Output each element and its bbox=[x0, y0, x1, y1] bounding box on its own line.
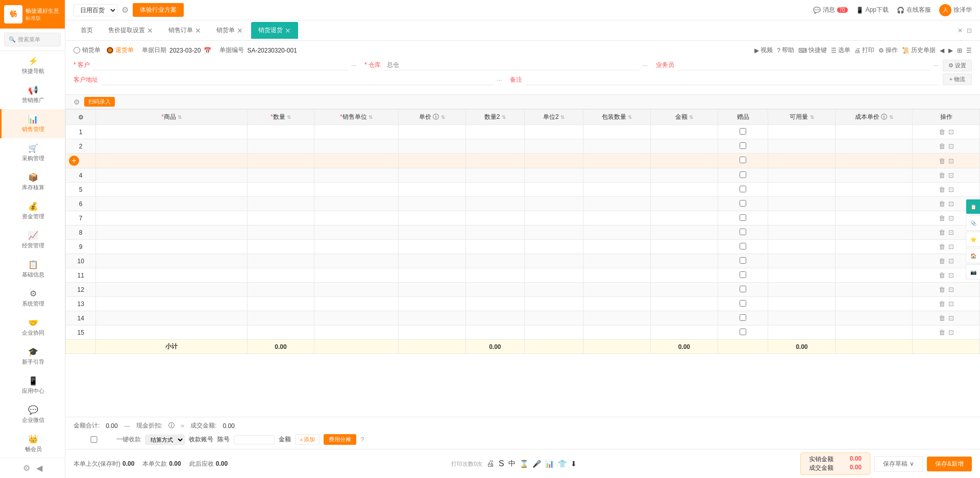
sidebar-item-inventory[interactable]: 📦库存核算 bbox=[0, 167, 65, 196]
staff-input[interactable] bbox=[677, 60, 930, 70]
staff-select-icon[interactable]: ··· bbox=[934, 62, 939, 69]
sidebar-item-app-center[interactable]: 📱应用中心 bbox=[0, 371, 65, 400]
product-cell[interactable] bbox=[96, 311, 247, 325]
grid-view-icon[interactable]: ⊞ bbox=[957, 47, 962, 54]
settings-gear-icon[interactable]: ⚙ bbox=[121, 5, 129, 15]
gift-checkbox[interactable] bbox=[740, 171, 746, 178]
delete-row-icon[interactable]: 🗑 bbox=[939, 314, 945, 322]
delete-row-icon[interactable]: 🗑 bbox=[939, 243, 945, 250]
right-panel-btn-5[interactable]: 📷 bbox=[966, 264, 980, 280]
online-service-button[interactable]: 🎧 在线客服 bbox=[897, 6, 931, 14]
copy-row-icon[interactable]: ⊡ bbox=[948, 142, 954, 150]
product-cell[interactable] bbox=[96, 254, 247, 268]
gift-checkbox[interactable] bbox=[740, 300, 746, 307]
tab-销货退货[interactable]: 销货退货✕ bbox=[251, 22, 298, 39]
delete-row-icon[interactable]: 🗑 bbox=[939, 157, 945, 165]
messages-button[interactable]: 💬 消息 70 bbox=[813, 6, 848, 14]
tab-close-icon[interactable]: ✕ bbox=[237, 27, 243, 35]
product-cell[interactable] bbox=[96, 225, 247, 240]
trial-plan-button[interactable]: 体验行业方案 bbox=[133, 3, 184, 17]
product-cell[interactable] bbox=[96, 283, 247, 297]
right-panel-btn-2[interactable]: 📎 bbox=[966, 215, 980, 231]
account-input[interactable] bbox=[234, 435, 275, 444]
list-view-icon[interactable]: ☰ bbox=[966, 47, 972, 54]
scan-input-button[interactable]: 扫码录入 bbox=[84, 97, 115, 107]
product-cell[interactable] bbox=[96, 154, 247, 168]
sidebar-item-shortcut-nav[interactable]: ⚡快捷导航 bbox=[0, 51, 65, 80]
add-fee-button[interactable]: + + 添加 添加 bbox=[295, 434, 320, 445]
print-button[interactable]: 🖨 打印 bbox=[854, 46, 874, 55]
address-select-icon[interactable]: ··· bbox=[497, 77, 502, 84]
return-bill-radio[interactable]: 退货单 bbox=[107, 46, 134, 55]
gift-checkbox[interactable] bbox=[740, 200, 746, 207]
calendar-icon[interactable]: 📅 bbox=[204, 47, 211, 54]
copy-row-icon[interactable]: ⊡ bbox=[948, 257, 954, 265]
print-tool-icon[interactable]: 🖨 bbox=[486, 459, 495, 468]
sidebar-item-enterprise[interactable]: 🤝企业协同 bbox=[0, 313, 65, 342]
delete-row-icon[interactable]: 🗑 bbox=[939, 214, 945, 222]
history-bill-button[interactable]: 📜 历史单据 bbox=[902, 46, 936, 55]
gift-checkbox[interactable] bbox=[740, 214, 746, 221]
warehouse-input[interactable] bbox=[384, 60, 639, 70]
shortcut-button[interactable]: ⌨ 快捷键 bbox=[798, 46, 827, 55]
copy-row-icon[interactable]: ⊡ bbox=[948, 329, 954, 336]
delete-row-icon[interactable]: 🗑 bbox=[939, 271, 945, 279]
right-panel-btn-1[interactable]: 📋 bbox=[966, 199, 980, 214]
delete-row-icon[interactable]: 🗑 bbox=[939, 286, 945, 293]
logistics-side-button[interactable]: + 物流 bbox=[943, 73, 972, 85]
one-click-payment-checkbox[interactable]: 一键收款 bbox=[74, 435, 141, 444]
delete-row-icon[interactable]: 🗑 bbox=[939, 229, 945, 236]
delete-row-icon[interactable]: 🗑 bbox=[939, 171, 945, 179]
customer-input[interactable] bbox=[93, 60, 348, 70]
sidebar-item-membership[interactable]: 👑畅会员 bbox=[0, 429, 65, 458]
delete-row-icon[interactable]: 🗑 bbox=[939, 300, 945, 308]
sidebar-item-guide[interactable]: 🎓新手引导 bbox=[0, 342, 65, 371]
tab-close-icon[interactable]: ✕ bbox=[195, 27, 201, 35]
next-bill-icon[interactable]: ▶ bbox=[948, 47, 953, 54]
copy-row-icon[interactable]: ⊡ bbox=[948, 300, 954, 308]
copy-row-icon[interactable]: ⊡ bbox=[948, 186, 954, 193]
sidebar-item-sales[interactable]: 📊销售管理 bbox=[0, 109, 65, 138]
add-row-button[interactable]: + bbox=[69, 156, 79, 166]
delete-row-icon[interactable]: 🗑 bbox=[939, 257, 945, 265]
gift-checkbox[interactable] bbox=[740, 142, 746, 149]
product-input[interactable] bbox=[99, 157, 243, 165]
sidebar-settings-icon[interactable]: ⚙ bbox=[23, 463, 30, 473]
company-dropdown[interactable]: 日用百货 bbox=[74, 4, 117, 16]
restore-tabs-icon[interactable]: ⊡ bbox=[967, 27, 972, 34]
sidebar-item-system[interactable]: ⚙系统管理 bbox=[0, 284, 65, 313]
tab-销货单[interactable]: 销货单✕ bbox=[209, 22, 250, 39]
product-cell[interactable] bbox=[96, 297, 247, 311]
copy-row-icon[interactable]: ⊡ bbox=[948, 243, 954, 250]
product-cell[interactable] bbox=[96, 211, 247, 225]
sidebar-item-operations[interactable]: 📈经营管理 bbox=[0, 225, 65, 255]
gift-checkbox[interactable] bbox=[740, 271, 746, 278]
sidebar-item-work-wechat[interactable]: 💬企业微信 bbox=[0, 400, 65, 429]
sidebar-item-finance[interactable]: 💰资金管理 bbox=[0, 196, 65, 225]
product-cell[interactable] bbox=[96, 240, 247, 254]
product-cell[interactable] bbox=[96, 139, 247, 154]
table-gear-icon[interactable]: ⚙ bbox=[74, 98, 80, 106]
product-cell[interactable] bbox=[96, 197, 247, 211]
tab-close-icon[interactable]: ✕ bbox=[147, 27, 153, 35]
table-scroll-area[interactable]: ⚙ *商品 ⇅ *数量 ⇅ *销售单位 ⇅ 单价 ⓘ ⇅ 数量2 ⇅ 单位2 ⇅… bbox=[65, 109, 980, 417]
address-input[interactable] bbox=[101, 74, 494, 85]
tab-售价提取设置[interactable]: 售价提取设置✕ bbox=[101, 22, 160, 39]
right-panel-btn-4[interactable]: 🏠 bbox=[966, 248, 980, 263]
copy-row-icon[interactable]: ⊡ bbox=[948, 271, 954, 279]
tab-close-icon[interactable]: ✕ bbox=[285, 27, 291, 35]
copy-row-icon[interactable]: ⊡ bbox=[948, 157, 954, 165]
gift-checkbox[interactable] bbox=[740, 286, 746, 292]
user-profile[interactable]: 人 徐泽华 bbox=[939, 4, 972, 16]
customer-select-icon[interactable]: ··· bbox=[351, 62, 356, 69]
sidebar-item-basic-info[interactable]: 📋基础信息 bbox=[0, 255, 65, 284]
save-draft-button[interactable]: 保存草稿 ∨ bbox=[874, 456, 923, 472]
gift-checkbox[interactable] bbox=[740, 329, 746, 335]
tab-销售订单[interactable]: 销售订单✕ bbox=[161, 22, 208, 39]
delete-row-icon[interactable]: 🗑 bbox=[939, 128, 945, 136]
fee-split-button[interactable]: 费用分摊 bbox=[324, 434, 356, 445]
delete-row-icon[interactable]: 🗑 bbox=[939, 200, 945, 208]
close-all-tabs-icon[interactable]: ✕ bbox=[958, 27, 963, 34]
settings-side-button[interactable]: ⚙ 设置 bbox=[943, 60, 972, 71]
gift-checkbox[interactable] bbox=[740, 157, 746, 163]
